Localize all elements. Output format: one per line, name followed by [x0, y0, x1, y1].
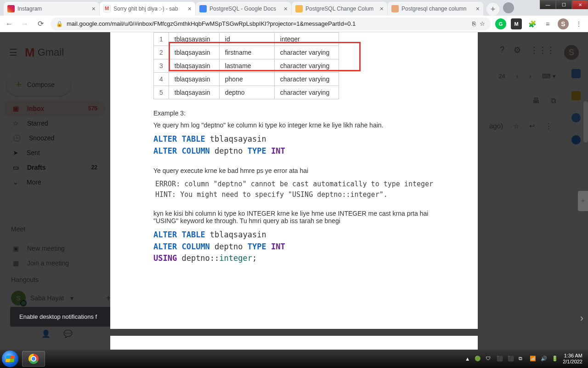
- google-docs-icon: [199, 5, 207, 12]
- attachment-lightbox: 1tblaqsayasinidinteger 2tblaqsayasinfirs…: [110, 32, 478, 329]
- tab-title: Postgresql change column: [401, 6, 473, 12]
- support-icon[interactable]: ?: [500, 45, 504, 60]
- compose-button[interactable]: + Compose: [6, 74, 71, 96]
- apps-grid-icon[interactable]: ⋮⋮⋮: [530, 45, 555, 60]
- tray-network-icon[interactable]: ⧉: [519, 356, 525, 362]
- star-message-icon[interactable]: ☆: [513, 122, 519, 130]
- tab-gmail[interactable]: Sorry ghlt bhj diya :-) - sab ×: [100, 2, 195, 16]
- tab-title: PostgreSQL Change Colum: [305, 6, 377, 12]
- keyboard-icon: ▦: [13, 259, 19, 267]
- taskbar-chrome[interactable]: [22, 351, 45, 367]
- tray-wifi-icon[interactable]: 📶: [530, 356, 536, 362]
- gmail-nav: ▣ Inbox 575 ☆Starred 🕒Snoozed ➤Sent ▭Dra…: [5, 101, 106, 190]
- print-icon[interactable]: 🖶: [532, 97, 540, 105]
- inbox-count: 575: [88, 105, 97, 112]
- page-viewport: ☰ MGmail ? ⚙ ⋮⋮⋮ S + Compose ▣ Inbox 575…: [0, 32, 588, 350]
- nav-drafts[interactable]: ▭Drafts22: [5, 160, 106, 175]
- lightbox-next-button[interactable]: ›: [580, 312, 583, 324]
- tray-icon[interactable]: 🟢: [475, 356, 481, 362]
- sql-block: ALTER TABLE tblaqsayasin ALTER COLUMN de…: [153, 133, 478, 157]
- hangouts-person[interactable]: S Saba Hayat ▾ +: [11, 291, 111, 305]
- paragraph: Ye query hm log "deptno" ke column ki ty…: [153, 121, 434, 129]
- nav-inbox[interactable]: ▣ Inbox 575: [5, 101, 106, 116]
- input-tools-icon[interactable]: ⌨ ▾: [542, 73, 556, 80]
- new-tab-button[interactable]: +: [486, 3, 499, 16]
- prev-page-button[interactable]: ‹: [516, 73, 518, 80]
- tab-close-icon[interactable]: ×: [476, 5, 480, 12]
- back-button[interactable]: ←: [4, 18, 15, 29]
- tab-close-icon[interactable]: ×: [380, 5, 384, 12]
- tab-postgresql-change[interactable]: PostgreSQL Change Colum ×: [292, 2, 387, 16]
- nav-sent[interactable]: ➤Sent: [5, 145, 106, 160]
- next-page-button[interactable]: ›: [529, 73, 531, 80]
- paragraph: kyn ke kisi bhi column ki type ko INTEGE…: [153, 210, 434, 224]
- keep-rail-icon[interactable]: [571, 91, 581, 100]
- lightbox-next-page: [110, 336, 478, 350]
- nav-more[interactable]: ⌄More: [5, 175, 106, 190]
- tray-volume-icon[interactable]: 🔊: [541, 356, 547, 362]
- page-indicator: 24: [498, 73, 505, 80]
- tray-shield-icon[interactable]: 🛡: [486, 356, 492, 362]
- tab-close-icon[interactable]: ×: [188, 5, 192, 12]
- more-options-icon[interactable]: ⋮: [545, 122, 552, 130]
- reply-icon[interactable]: ↩: [529, 122, 535, 130]
- reading-list-icon[interactable]: ≡: [542, 18, 553, 29]
- sql-block: ALTER TABLE tblaqsayasin ALTER COLUMN de…: [153, 229, 478, 264]
- example-heading: Example 3:: [153, 109, 434, 117]
- nav-starred[interactable]: ☆Starred: [5, 116, 106, 131]
- tab-title: PostgreSQL - Google Docs: [209, 6, 281, 12]
- tab-close-icon[interactable]: ×: [92, 5, 96, 12]
- window-maximize-button[interactable]: ☐: [556, 0, 572, 9]
- reload-button[interactable]: ⟳: [35, 18, 46, 29]
- url-input[interactable]: 🔒 mail.google.com/mail/u/0/#inbox/FMfcgz…: [51, 17, 491, 30]
- notification-toast[interactable]: Enable desktop notifications f: [10, 307, 116, 327]
- settings-gear-icon[interactable]: ⚙: [514, 45, 521, 60]
- tab-google-docs[interactable]: PostgreSQL - Google Docs ×: [196, 2, 291, 16]
- table-row: 3tblaqsayasinlastnamecharacter varying: [154, 59, 339, 73]
- nav-snoozed[interactable]: 🕒Snoozed: [5, 131, 106, 145]
- clock-date: 2/1/2022: [563, 359, 582, 365]
- grammarly-extension-icon[interactable]: G: [495, 18, 506, 29]
- side-panel-toggle[interactable]: +: [578, 191, 588, 211]
- vertical-scrollbar[interactable]: [583, 101, 588, 143]
- windows-logo-icon: [6, 356, 15, 362]
- chevron-down-icon: ⌄: [13, 178, 18, 186]
- tab-close-icon[interactable]: ×: [284, 5, 288, 12]
- start-button[interactable]: [2, 351, 18, 367]
- send-icon: ➤: [13, 149, 18, 156]
- error-block: ERROR: column "deptno" cannot be cast au…: [155, 179, 478, 200]
- open-new-icon[interactable]: ⧉: [551, 97, 556, 105]
- tasks-rail-icon[interactable]: [571, 113, 581, 122]
- chrome-account-avatar[interactable]: S: [558, 18, 569, 29]
- contacts-rail-icon[interactable]: [571, 135, 581, 144]
- tray-icon[interactable]: ⬛: [508, 356, 514, 362]
- install-icon[interactable]: ⎘: [472, 20, 476, 27]
- show-hidden-icons-button[interactable]: ▲: [465, 356, 470, 362]
- table-row: 5tblaqsayasindeptnocharacter varying: [154, 86, 339, 99]
- table-row: 2tblaqsayasinfirstnamecharacter varying: [154, 46, 339, 59]
- hamburger-menu-icon[interactable]: ☰: [9, 47, 17, 58]
- window-close-button[interactable]: ✕: [572, 0, 588, 9]
- tray-battery-icon[interactable]: 🔋: [552, 356, 558, 362]
- account-avatar[interactable]: S: [564, 45, 579, 60]
- lock-icon: 🔒: [56, 21, 63, 27]
- extensions-puzzle-icon[interactable]: 🧩: [526, 18, 537, 29]
- bookmark-star-icon[interactable]: ☆: [480, 20, 485, 27]
- address-bar: ← → ⟳ 🔒 mail.google.com/mail/u/0/#inbox/…: [0, 16, 588, 32]
- chat-bottom-icon[interactable]: 💬: [63, 329, 73, 338]
- new-meeting-button[interactable]: ▣New meeting: [11, 241, 69, 256]
- extension-icon[interactable]: M: [511, 18, 522, 29]
- window-minimize-button[interactable]: —: [540, 0, 556, 9]
- person-bottom-icon[interactable]: 👤: [41, 329, 51, 338]
- plus-icon: +: [16, 79, 22, 91]
- tray-icon[interactable]: ⬛: [497, 356, 503, 362]
- gmail-logo: MGmail: [25, 46, 64, 60]
- join-meeting-button[interactable]: ▦Join a meeting: [11, 256, 69, 270]
- tab-postgresql-change-2[interactable]: Postgresql change column ×: [388, 2, 483, 16]
- system-clock[interactable]: 1:36 AM 2/1/2022: [563, 353, 582, 365]
- calendar-rail-icon[interactable]: [571, 69, 581, 78]
- tab-instagram[interactable]: Instagram ×: [4, 2, 99, 16]
- paragraph: Ye query execute krne ke bad hmre ps ye …: [153, 167, 434, 174]
- chrome-profile-button[interactable]: [503, 2, 514, 13]
- chrome-menu-button[interactable]: ⋮: [573, 18, 584, 29]
